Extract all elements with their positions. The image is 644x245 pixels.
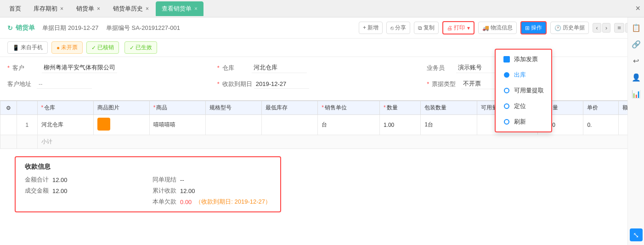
row-unit-price: 0. <box>583 115 619 135</box>
required-star-2: * <box>217 64 220 71</box>
col-image: 商品图片 <box>93 101 149 115</box>
history-icon: 🕐 <box>554 25 561 31</box>
ticket-type-label: 票据类型 <box>432 80 459 88</box>
doc-title: ↻ 销货单 <box>7 24 35 32</box>
payment-title: 收款信息 <box>25 163 271 171</box>
cumulative-label: 累计收款 <box>153 187 176 195</box>
address-field: 客户地址 -- <box>7 80 217 89</box>
doc-meta: 单据日期 2019-12-27 单据编号 SA-20191227-001 <box>42 24 180 32</box>
sidebar-icon-3[interactable]: ↩ <box>630 54 643 67</box>
col-unit-price: 单价 <box>583 101 619 115</box>
tab-sales[interactable]: 销货单 × <box>70 1 106 16</box>
add-invoice-item[interactable]: 添加发票 <box>496 51 551 67</box>
warehouse-value[interactable]: 河北仓库 <box>252 63 307 73</box>
doc-icon: ↻ <box>7 24 13 32</box>
col-quantity: *数量 <box>379 101 421 115</box>
amount-total-value: 12.00 <box>52 177 68 183</box>
available-qty-icon <box>503 87 510 94</box>
doc-number-label: 单据编号 <box>106 24 130 32</box>
copy-button[interactable]: ⧉ 复制 <box>414 22 439 34</box>
document-header: ↻ 销货单 单据日期 2019-12-27 单据编号 SA-20191227-0… <box>0 17 644 39</box>
share-button[interactable]: ⎋ 分享 <box>386 22 410 34</box>
tab-inventory[interactable]: 库存期初 × <box>28 1 69 16</box>
add-invoice-label: 添加发票 <box>514 55 538 63</box>
new-button[interactable]: + 新增 <box>359 22 383 34</box>
locate-label: 定位 <box>514 102 526 110</box>
available-qty-item[interactable]: 可用量提取 <box>496 83 551 98</box>
sidebar-icon-5[interactable]: 📊 <box>630 87 643 100</box>
outbound-icon <box>503 71 510 79</box>
print-button[interactable]: 🖨 打印 ▾ <box>442 21 475 34</box>
col-pack-qty: 包装数量 <box>421 101 477 115</box>
arrears-note: （收款到期日: 2019-12-27） <box>195 198 271 206</box>
col-min-stock: 最低库存 <box>262 101 318 115</box>
transaction-item: 成交金额 12.00 <box>25 187 143 195</box>
outbound-label: 出库 <box>514 71 526 79</box>
row-warehouse: 河北仓库 <box>37 115 93 135</box>
print-icon: 🖨 <box>447 25 452 31</box>
close-sales-tab[interactable]: × <box>97 6 100 12</box>
refresh-item[interactable]: 刷新 <box>496 114 551 130</box>
col-warehouse: *仓库 <box>37 101 93 115</box>
available-qty-label: 可用量提取 <box>514 86 544 95</box>
logistics-button[interactable]: 🚚 物流信息 <box>478 22 517 34</box>
sidebar-icon-4[interactable]: 👤 <box>630 71 643 84</box>
doc-date-item: 单据日期 2019-12-27 <box>42 24 99 32</box>
doc-title-text: 销货单 <box>16 24 35 32</box>
dropdown-arrow: ▾ <box>467 25 470 31</box>
sidebar-icon-2[interactable]: 🔗 <box>630 38 643 51</box>
due-date-label: 收款到期日 <box>222 80 252 88</box>
locate-icon <box>503 103 510 110</box>
sidebar-icon-6[interactable]: ⤡ <box>630 228 643 241</box>
doc-number-value: SA-20191227-001 <box>132 24 181 31</box>
due-date-value[interactable]: 2019-12-27 <box>254 80 309 89</box>
address-value[interactable]: -- <box>37 80 92 89</box>
close-inventory-tab[interactable]: × <box>60 6 63 12</box>
payment-box: 收款信息 金额合计 12.00 同单现结 -- 成交金额 12.00 累计收款 … <box>15 156 281 212</box>
col-product: *商品 <box>149 101 205 115</box>
already-cancelled-button[interactable]: ✓ 已核销 <box>86 41 119 54</box>
arrears-label: 本单欠款 <box>153 198 176 206</box>
operations-button[interactable]: ⊞ 操作 <box>520 21 547 34</box>
tab-sales-history[interactable]: 销货单历史 × <box>107 1 155 16</box>
operations-dropdown: 添加发票 出库 可用量提取 定位 刷新 <box>495 49 552 132</box>
customer-field: * 客户 柳州粤港平安气体有限公司 <box>7 63 217 73</box>
not-opened-button[interactable]: ● 未开票 <box>51 41 83 54</box>
customer-value[interactable]: 柳州粤港平安气体有限公司 <box>42 63 117 73</box>
close-history-tab[interactable]: × <box>146 6 149 12</box>
customer-label: 客户 <box>12 64 40 72</box>
col-gear: ⚙ <box>0 101 17 115</box>
close-window-button[interactable]: × <box>635 4 640 13</box>
view-list-button[interactable]: ≡ <box>614 23 624 33</box>
history-button[interactable]: 🕐 历史单据 <box>550 22 589 34</box>
subtotal-empty <box>17 135 38 149</box>
sidebar-icon-1[interactable]: 📋 <box>630 21 643 34</box>
required-star-4: * <box>427 80 429 87</box>
locate-item[interactable]: 定位 <box>496 98 551 114</box>
prev-button[interactable]: ‹ <box>593 23 601 33</box>
close-view-sales-tab[interactable]: × <box>194 6 198 12</box>
already-effective-button[interactable]: ✓ 已生效 <box>124 41 157 54</box>
share-icon: ⎋ <box>390 25 394 31</box>
payment-grid: 金额合计 12.00 同单现结 -- 成交金额 12.00 累计收款 12.00… <box>25 176 271 206</box>
tab-home[interactable]: 首页 <box>4 3 27 15</box>
right-sidebar: 📋 🔗 ↩ 👤 📊 ⤡ <box>627 17 644 245</box>
same-order-value: -- <box>180 177 184 183</box>
same-order-label: 同单现结 <box>153 176 176 184</box>
tab-view-sales[interactable]: 查看销货单 × <box>156 1 203 16</box>
arrears-item: 本单欠款 0.00 （收款到期日: 2019-12-27） <box>153 198 271 206</box>
col-num <box>17 101 38 115</box>
address-label: 客户地址 <box>7 80 35 88</box>
subtotal-label: 小计 <box>37 135 644 149</box>
ticket-icon: ● <box>56 45 60 51</box>
row-quantity: 1.00 <box>379 115 421 135</box>
row-gear[interactable] <box>0 115 17 135</box>
doc-date-value: 2019-12-27 <box>68 24 99 31</box>
required-star: * <box>7 64 10 71</box>
next-button[interactable]: › <box>602 23 610 33</box>
doc-actions: + 新增 ⎋ 分享 ⧉ 复制 🖨 打印 ▾ 🚚 物流信息 ⊞ 操作 <box>359 21 637 34</box>
required-star-3: * <box>217 80 220 87</box>
payment-section: 收款信息 金额合计 12.00 同单现结 -- 成交金额 12.00 累计收款 … <box>0 149 644 220</box>
outbound-item[interactable]: 出库 <box>496 67 551 83</box>
from-phone-button[interactable]: 📱 来自手机 <box>7 41 48 54</box>
